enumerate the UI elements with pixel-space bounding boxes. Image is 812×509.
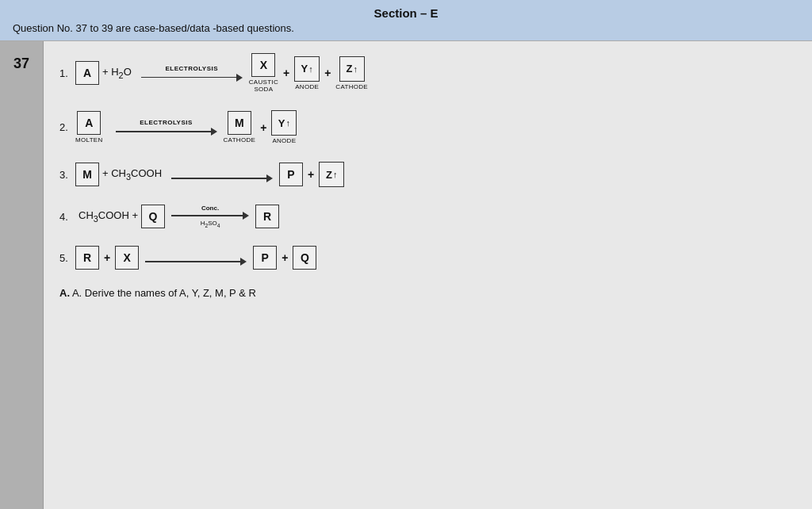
equation-row-3: 3. M + CH3COOH P + Z↑ — [59, 162, 796, 187]
h2so4-label-4: H2SO4 — [201, 220, 220, 228]
row-num-5: 5. — [59, 252, 75, 264]
reactant-A-1: A — [75, 61, 99, 85]
reactant-R-5: R — [75, 246, 99, 270]
box-Y-1: Y↑ — [294, 56, 320, 82]
equation-row-2: 2. A MOLTEN ELECTROLYSIS M CATHODE + — [59, 110, 796, 144]
equation-row-1: 1. A + H2O ELECTROLYSIS X CAUSTICSODA + — [59, 53, 796, 93]
arrow-4: Conc. H2SO4 — [171, 205, 249, 228]
up-arrow-Z-3: ↑ — [333, 170, 338, 179]
product-Y-1: Y↑ ANODE — [294, 56, 320, 90]
up-arrow-Y-1: ↑ — [308, 64, 313, 74]
arrow-body-5 — [145, 261, 240, 262]
box-Y-2: Y↑ — [271, 110, 297, 136]
reactant-M-3: M — [75, 163, 99, 186]
plus-ch3cooh-3: + CH3COOH — [102, 167, 162, 182]
section-title: Section – E — [13, 6, 799, 20]
plus-1b: + — [324, 67, 331, 79]
box-Q-5: Q — [293, 246, 316, 270]
arrow-head-3 — [266, 174, 273, 182]
box-Q-4: Q — [141, 205, 165, 228]
product-X-1: X CAUSTICSODA — [249, 53, 278, 93]
product-Q-5: Q — [293, 246, 316, 270]
product-M-2: M CATHODE — [224, 111, 256, 144]
plus-5a: + — [104, 251, 110, 264]
plus-3a: + — [308, 168, 314, 181]
reactant-A-2: A MOLTEN — [75, 111, 103, 144]
arrow-body-1 — [141, 77, 236, 78]
arrow-line-3 — [171, 174, 273, 182]
box-M-3: M — [75, 163, 99, 186]
product-Y-2: Y↑ ANODE — [271, 110, 297, 144]
row-num-2: 2. — [59, 121, 75, 133]
product-P-3: P — [279, 163, 303, 186]
arrow-head-5 — [240, 258, 247, 266]
box-A-2: A — [77, 111, 101, 135]
row-num-4: 4. — [59, 211, 75, 223]
arrow-2: ELECTROLYSIS — [116, 119, 217, 136]
up-arrow-Y-2: ↑ — [285, 118, 290, 128]
question-number-col: 37 — [0, 41, 44, 509]
arrow-5 — [145, 250, 247, 266]
arrow-1: ELECTROLYSIS — [141, 65, 243, 82]
arrow-3 — [171, 166, 273, 182]
product-Z-1: Z↑ CATHODE — [335, 56, 368, 90]
arrow-line-1 — [141, 74, 243, 82]
sub-X-1: CAUSTICSODA — [249, 78, 278, 93]
arrow-body-4 — [171, 215, 243, 216]
box-Z-1: Z↑ — [339, 56, 365, 82]
arrow-line-5 — [145, 258, 247, 266]
content-area: 37 1. A + H2O ELECTROLYSIS X — [0, 41, 812, 509]
box-M-2: M — [228, 111, 251, 135]
box-R-5: R — [75, 246, 99, 270]
box-P-3: P — [279, 163, 303, 186]
derive-text: A. Derive the names of A, Y, Z, M, P & R — [72, 287, 256, 299]
product-R-4: R — [255, 205, 279, 228]
box-R-4: R — [255, 205, 279, 228]
box-Z-3: Z↑ — [319, 162, 344, 187]
equation-row-4: 4. CH3COOH + Q Conc. H2SO4 R — [59, 205, 796, 228]
conc-label-4: Conc. — [201, 205, 219, 212]
box-X-1: X — [251, 53, 275, 77]
section-subtitle: Question No. 37 to 39 are case-based/dat… — [13, 22, 799, 34]
derive-label: A. — [59, 287, 70, 299]
arrow-head-4 — [243, 212, 249, 220]
section-header: Section – E Question No. 37 to 39 are ca… — [0, 0, 812, 41]
derive-question: A. A. Derive the names of A, Y, Z, M, P … — [59, 287, 796, 299]
arrow-line-4 — [171, 212, 249, 220]
question-content: 1. A + H2O ELECTROLYSIS X CAUSTICSODA + — [44, 41, 812, 509]
ch3cooh-prefix-4: CH3COOH + — [79, 209, 138, 224]
arrow-head-1 — [236, 74, 243, 82]
arrow-line-2 — [116, 128, 217, 136]
arrow-body-3 — [171, 178, 266, 179]
box-A-1: A — [75, 61, 99, 85]
sub-Y-2: ANODE — [272, 137, 296, 144]
row-num-1: 1. — [59, 67, 75, 79]
question-number: 37 — [13, 55, 29, 72]
plus-h2o-1: + H2O — [102, 66, 132, 80]
sub-M-2: CATHODE — [224, 136, 256, 144]
arrow-label-2: ELECTROLYSIS — [140, 119, 193, 126]
up-arrow-Z-1: ↑ — [353, 64, 358, 74]
plus-2a: + — [260, 121, 266, 134]
equation-row-5: 5. R + X P + Q — [59, 246, 796, 270]
page-container: Section – E Question No. 37 to 39 are ca… — [0, 0, 812, 509]
arrow-label-1: ELECTROLYSIS — [165, 65, 218, 72]
box-X-5: X — [115, 246, 139, 270]
reactant-Q-4: Q — [141, 205, 165, 228]
arrow-head-2 — [211, 128, 217, 136]
product-P-5: P — [253, 246, 277, 270]
reactant-X-5: X — [115, 246, 139, 270]
sub-Y-1: ANODE — [295, 83, 319, 90]
sub-A-2: MOLTEN — [75, 136, 103, 144]
plus-5b: + — [282, 251, 288, 264]
box-P-5: P — [253, 246, 277, 270]
product-Z-3: Z↑ — [319, 162, 344, 187]
plus-1a: + — [283, 67, 289, 79]
row-num-3: 3. — [59, 169, 75, 181]
arrow-body-2 — [116, 131, 211, 132]
sub-Z-1: CATHODE — [335, 83, 368, 90]
